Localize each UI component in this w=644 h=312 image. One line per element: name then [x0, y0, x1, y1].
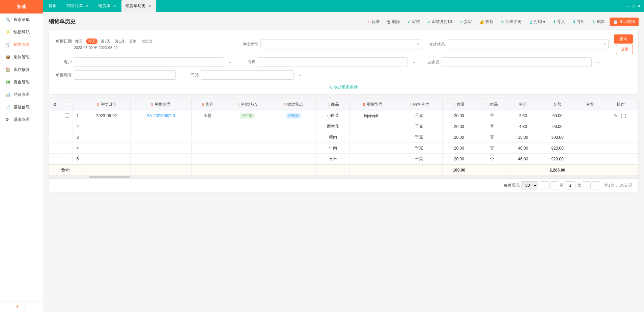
- date-tab-custom[interactable]: 自定义: [140, 38, 154, 44]
- col-goods[interactable]: ⇅ 商品: [316, 99, 349, 110]
- refresh-button[interactable]: ↻ 刷新: [590, 18, 608, 26]
- sidebar-item-sales[interactable]: 🛒 销售管理: [0, 38, 43, 51]
- doc-status-badge: 已生效: [240, 113, 255, 119]
- date-tab-7days[interactable]: 近7天: [100, 38, 112, 44]
- doc-type-select[interactable]: ▾: [260, 40, 422, 49]
- abandon-icon: ↩: [459, 20, 463, 24]
- prev-page-btn[interactable]: ‹: [550, 181, 558, 189]
- tab-close-sales-history[interactable]: ✕: [148, 4, 152, 8]
- col-spec[interactable]: ⇅ 规格型号: [349, 99, 396, 110]
- date-tab-more[interactable]: 更多: [128, 38, 138, 44]
- sidebar-item-label: 基础信息: [13, 104, 30, 110]
- tab-home[interactable]: 首页: [43, 0, 62, 12]
- goods-input[interactable]: [201, 70, 294, 80]
- sidebar-item-basic-info[interactable]: 📄 基础信息: [0, 101, 43, 113]
- window-minimize[interactable]: —: [625, 4, 629, 8]
- delete-button[interactable]: 🗑 删除: [384, 18, 403, 26]
- col-gift[interactable]: ⇅ 赠品: [476, 99, 508, 110]
- row-select-1[interactable]: [65, 113, 69, 118]
- docno-input[interactable]: [74, 70, 176, 80]
- date-tab-today[interactable]: 今天: [86, 38, 97, 44]
- batch-change-button[interactable]: ✎ 批量变更: [498, 18, 524, 26]
- date-tab-1month[interactable]: 近1月: [114, 38, 126, 44]
- show-detail-button[interactable]: 📋 显示明细: [610, 18, 639, 26]
- payment-status-select[interactable]: ▾: [447, 40, 609, 49]
- collect-button[interactable]: 💰 收款: [477, 18, 496, 26]
- sidebar-item-search-menu[interactable]: 🔍 搜索菜单: [0, 14, 43, 26]
- row-payment-status: 已收款: [270, 110, 316, 121]
- query-button[interactable]: 查询: [614, 34, 633, 44]
- audit-print-button[interactable]: ✓ 审核并打印: [425, 18, 455, 26]
- app-logo: 拓速: [0, 0, 43, 14]
- row-doc-no[interactable]: SA-20230602-0: [131, 110, 192, 121]
- set-button[interactable]: 设置: [616, 45, 633, 54]
- sidebar-item-finance[interactable]: 💵 资金管理: [0, 76, 43, 88]
- window-maximize[interactable]: □: [632, 4, 635, 8]
- warehouse-ellipsis[interactable]: ···: [410, 59, 417, 65]
- customer-input[interactable]: [74, 57, 224, 67]
- doc-no-link[interactable]: SA-20230602-0: [147, 113, 175, 118]
- page-number-input[interactable]: [565, 181, 576, 189]
- batch-change-icon: ✎: [501, 20, 504, 24]
- sidebar-item-inventory[interactable]: 🏠 库存核算: [0, 63, 43, 76]
- col-doc-status[interactable]: ⇅ 单据状态: [224, 99, 270, 110]
- theme-icon[interactable]: ☀: [16, 305, 19, 309]
- last-page-btn[interactable]: »: [592, 181, 600, 189]
- filter-actions: 查询 设置: [614, 34, 633, 54]
- more-action-icon[interactable]: ⋮⋮: [619, 113, 627, 118]
- col-customer[interactable]: ⇅ 客户: [191, 99, 224, 110]
- tab-close-sales-order[interactable]: ✕: [85, 4, 89, 8]
- summary-label: 合计:: [61, 167, 71, 172]
- abandon-button[interactable]: ↩ 弃审: [457, 18, 475, 26]
- customer-ellipsis[interactable]: ···: [226, 59, 233, 65]
- lightning-icon: ⚡: [5, 30, 11, 35]
- salesperson-input[interactable]: [442, 57, 592, 67]
- date-tab-yesterday[interactable]: 昨天: [74, 38, 84, 44]
- sidebar-item-purchase[interactable]: 📦 采购管理: [0, 51, 43, 63]
- print-button[interactable]: 🖨 打印 ▾: [526, 18, 548, 26]
- filter-warehouse-item: 仓库 ···: [238, 57, 417, 67]
- import-button[interactable]: ⬆ 导入: [550, 18, 568, 26]
- page-size-selector: 每页显示 50 100 200: [504, 181, 538, 189]
- export-button[interactable]: ⬇ 导出: [570, 18, 588, 26]
- goods-ellipsis[interactable]: ···: [296, 72, 303, 78]
- next-page-btn[interactable]: ›: [583, 181, 591, 189]
- warehouse-input[interactable]: [258, 57, 408, 67]
- row-no: 5: [73, 154, 83, 165]
- scroll-thumb[interactable]: [89, 176, 130, 178]
- tab-sales-order[interactable]: 销售订单 ✕: [63, 0, 93, 12]
- salesperson-ellipsis[interactable]: ···: [594, 59, 600, 65]
- pause-icon[interactable]: ⏸: [23, 305, 27, 309]
- col-transaction: 交货: [577, 99, 603, 110]
- new-button[interactable]: ＋ 新增: [364, 18, 382, 26]
- col-doc-no[interactable]: ⇅ 单据编号: [131, 99, 192, 110]
- per-page-label: 每页显示: [504, 183, 520, 188]
- audit-button[interactable]: ✓ 审核: [405, 18, 423, 26]
- horizontal-scrollbar[interactable]: [49, 176, 638, 178]
- row-unit-price: 2.50: [508, 110, 538, 121]
- sidebar-item-operations[interactable]: 📊 经营管理: [0, 88, 43, 101]
- detail-icon: 📋: [613, 20, 618, 24]
- col-settings[interactable]: ⚙: [49, 99, 61, 110]
- col-unit[interactable]: ⇅ 销售单位: [396, 99, 442, 110]
- select-all-checkbox[interactable]: [65, 102, 69, 106]
- window-close[interactable]: ✕: [637, 3, 641, 9]
- sidebar-item-quick-nav[interactable]: ⚡ 快捷导航: [0, 26, 43, 38]
- edit-icon[interactable]: ✎: [614, 113, 617, 118]
- collapse-condition[interactable]: ∧ 收起更多条件: [54, 83, 633, 90]
- row-transaction: [577, 110, 603, 121]
- col-qty[interactable]: ⇅ 数量: [442, 99, 476, 110]
- content-area: 销货单历史 ＋ 新增 🗑 删除 ✓ 审核 ✓ 审核并打印: [43, 12, 644, 312]
- col-payment-status[interactable]: ⇅ 收款状态: [270, 99, 316, 110]
- first-page-btn[interactable]: «: [541, 181, 549, 189]
- tab-sales-history[interactable]: 销货单历史 ✕: [121, 0, 156, 12]
- tab-close-sales-goods[interactable]: ✕: [112, 4, 117, 8]
- per-page-select[interactable]: 50 100 200: [521, 181, 538, 189]
- filter-payment-status-item: 收款状态 ▾: [427, 40, 609, 49]
- audit-print-icon: ✓: [427, 20, 431, 24]
- tab-sales-goods[interactable]: 销货单 ✕: [94, 0, 121, 12]
- col-rowno: [73, 99, 83, 110]
- sidebar-item-system[interactable]: ⚙ 系统管理: [0, 113, 43, 126]
- col-doc-date[interactable]: ⇅ 单据日期: [83, 99, 131, 110]
- table-body: 1 2023-06-02 SA-20230602-0 王总 已生效 已收款 小白…: [49, 110, 638, 176]
